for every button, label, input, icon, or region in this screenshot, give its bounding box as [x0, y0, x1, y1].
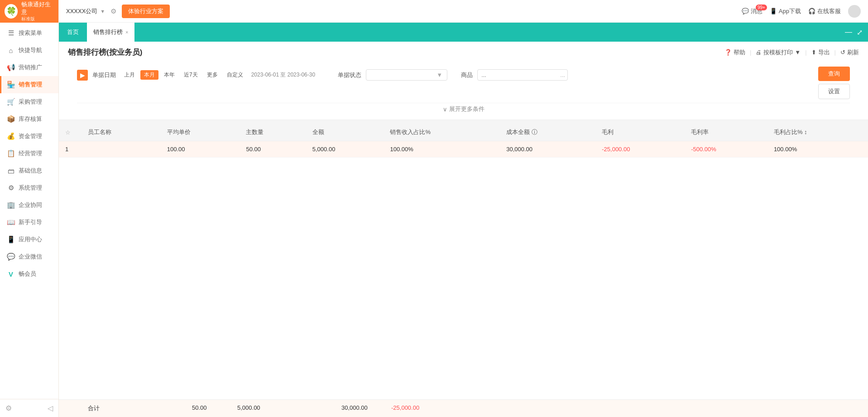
tab-close-icon[interactable]: ×: [125, 29, 128, 35]
page-header: 销售排行榜(按业务员) ❓ 帮助 | 🖨 按模板打印 ▼ | ⬆: [59, 42, 868, 120]
sidebar-item-inventory[interactable]: 📦 库存核算: [0, 110, 58, 128]
print-icon: 🖨: [756, 49, 762, 56]
content-area: 销售排行榜(按业务员) ❓ 帮助 | 🖨 按模板打印 ▼ | ⬆: [59, 42, 868, 417]
date-tab-last-month[interactable]: 上月: [120, 70, 139, 80]
table-header-row: ☆ 员工名称 平均单价 主数量 全额 销售收入占比% 成本全额 ⓘ 毛利 毛利率…: [59, 124, 868, 141]
sales-rank-table: ☆ 员工名称 平均单价 主数量 全额 销售收入占比% 成本全额 ⓘ 毛利 毛利率…: [59, 124, 868, 158]
sidebar-item-wechat[interactable]: 💬 企业微信: [0, 248, 58, 265]
top-header: XXXXX公司 ▼ ⚙ 体验行业方案 💬 消息 99+ 📱 App下载 🎧 在线…: [59, 0, 868, 23]
filter-area: ▶ 单据日期 上月 本月 本年 近7天 更多 自定义 2023-06-01 至 …: [68, 62, 859, 120]
company-selector[interactable]: XXXXX公司 ▼: [66, 7, 105, 15]
footer-amount: 5,000.00: [231, 400, 281, 417]
operations-icon: 📋: [7, 149, 15, 158]
date-tabs: 上月 本月 本年 近7天 更多 自定义: [120, 70, 247, 80]
filter-right: 查询 设置: [814, 67, 850, 99]
page-title: 销售排行榜(按业务员): [68, 47, 142, 58]
message-icon: 💬: [742, 8, 749, 14]
finance-icon: 💰: [7, 132, 15, 140]
footer-avg-price-empty: [136, 400, 186, 417]
sidebar-collapse-icon[interactable]: ◁: [48, 404, 53, 412]
col-sales-ratio: 销售收入占比%: [384, 124, 500, 141]
goods-input-dots: ...: [560, 72, 565, 78]
tab-bar-controls: — ⤢: [845, 28, 868, 37]
online-service-button[interactable]: 🎧 在线客服: [808, 7, 841, 15]
message-button[interactable]: 💬 消息 99+: [742, 7, 762, 15]
cell-sales-ratio: 100.00%: [384, 141, 500, 158]
page-actions: ❓ 帮助 | 🖨 按模板打印 ▼ | ⬆ 导出 |: [724, 48, 859, 57]
col-gross-ratio: 毛利占比% ↕: [767, 124, 868, 141]
inventory-icon: 📦: [7, 115, 15, 123]
sidebar-item-sales[interactable]: 🏪 销售管理: [0, 76, 58, 93]
cell-amount: 5,000.00: [306, 141, 384, 158]
tab-home[interactable]: 首页: [59, 23, 87, 42]
sidebar: 🍀 畅康通好生意 标准版 ☰ 搜索菜单 ⌂ 快捷导航 📢 营销推广 🏪 销售管理…: [0, 0, 59, 417]
sidebar-item-search-order[interactable]: ☰ 搜索菜单: [0, 24, 58, 42]
marketing-icon: 📢: [7, 63, 15, 72]
chevron-down-icon: ∨: [443, 106, 447, 113]
app-center-icon: 📱: [7, 235, 15, 244]
sidebar-footer: ⚙ ◁: [0, 399, 58, 417]
expand-more-button[interactable]: ∨ 展开更多条件: [443, 105, 484, 113]
table-row: 1 100.00 50.00 5,000.00 100.00% 30,000.0…: [59, 141, 868, 158]
experience-button[interactable]: 体验行业方案: [122, 5, 170, 18]
date-tab-more[interactable]: 更多: [203, 70, 221, 80]
print-button[interactable]: 🖨 按模板打印 ▼: [756, 48, 801, 57]
message-badge: 99+: [756, 5, 767, 10]
footer-settings-icon[interactable]: ⚙: [5, 404, 12, 412]
home-icon: ⌂: [7, 47, 15, 54]
sidebar-item-purchase[interactable]: 🛒 采购管理: [0, 93, 58, 110]
footer-label: [59, 400, 82, 417]
tab-minimize-icon[interactable]: —: [845, 28, 852, 36]
refresh-button[interactable]: ↺ 刷新: [840, 48, 859, 57]
footer-gross-profit: -25,000.00: [385, 400, 435, 417]
sidebar-nav: ☰ 搜索菜单 ⌂ 快捷导航 📢 营销推广 🏪 销售管理 🛒 采购管理 📦 库存核…: [0, 23, 58, 399]
footer-total-label: 合计: [82, 400, 136, 417]
footer-sales-ratio-empty: [281, 400, 335, 417]
print-dropdown-icon: ▼: [795, 49, 801, 56]
basic-info-icon: 🗃: [7, 167, 15, 175]
cell-qty: 50.00: [240, 141, 306, 158]
sales-icon: 🏪: [7, 81, 15, 89]
date-tab-custom[interactable]: 自定义: [223, 70, 247, 80]
sidebar-item-finance[interactable]: 💰 资金管理: [0, 128, 58, 145]
user-avatar[interactable]: [848, 5, 861, 18]
tab-sales-rank[interactable]: 销售排行榜 ×: [87, 23, 134, 42]
date-tab-this-month[interactable]: 本月: [140, 70, 158, 80]
date-tab-7days[interactable]: 近7天: [180, 70, 201, 80]
date-tab-this-year[interactable]: 本年: [160, 70, 178, 80]
goods-filter-wrapper: ...: [477, 69, 568, 81]
filter-toggle-button[interactable]: ▶: [77, 70, 88, 81]
cell-gross-rate: -500.00%: [685, 141, 767, 158]
sidebar-item-quick-nav[interactable]: ⌂ 快捷导航: [0, 42, 58, 59]
cell-rank: 1: [59, 141, 82, 158]
headset-icon: 🎧: [808, 8, 815, 14]
settings-button[interactable]: 设置: [818, 84, 850, 99]
col-name: 员工名称: [82, 124, 161, 141]
query-button[interactable]: 查询: [818, 67, 850, 81]
header-settings-button[interactable]: ⚙: [110, 7, 116, 15]
wechat-icon: 💬: [7, 253, 15, 261]
sidebar-item-app-center[interactable]: 📱 应用中心: [0, 231, 58, 248]
status-filter-select[interactable]: ▼: [366, 69, 447, 81]
col-cost: 成本全额 ⓘ: [500, 124, 595, 141]
goods-filter-input[interactable]: [477, 69, 568, 81]
sidebar-item-member[interactable]: V 畅会员: [0, 265, 58, 283]
logo-text: 畅康通好生意 标准版: [21, 1, 54, 22]
guide-icon: 📖: [7, 218, 15, 226]
tab-bar: 首页 销售排行榜 × — ⤢: [59, 23, 868, 42]
sidebar-item-guide[interactable]: 📖 新手引导: [0, 214, 58, 231]
tab-maximize-icon[interactable]: ⤢: [857, 28, 863, 37]
sidebar-item-enterprise[interactable]: 🏢 企业协同: [0, 197, 58, 214]
sidebar-item-basic-info[interactable]: 🗃 基础信息: [0, 162, 58, 179]
export-button[interactable]: ⬆ 导出: [811, 48, 830, 57]
sidebar-item-marketing[interactable]: 📢 营销推广: [0, 59, 58, 76]
col-gross-profit: 毛利: [595, 124, 685, 141]
col-amount: 全额: [306, 124, 384, 141]
cell-gross-ratio: 100.00%: [767, 141, 868, 158]
enterprise-icon: 🏢: [7, 201, 15, 209]
app-download-button[interactable]: 📱 App下载: [770, 7, 801, 15]
help-button[interactable]: ❓ 帮助: [724, 48, 745, 57]
logo-icon: 🍀: [5, 4, 18, 19]
sidebar-item-operations[interactable]: 📋 经营管理: [0, 145, 58, 162]
sidebar-item-system[interactable]: ⚙ 系统管理: [0, 179, 58, 197]
